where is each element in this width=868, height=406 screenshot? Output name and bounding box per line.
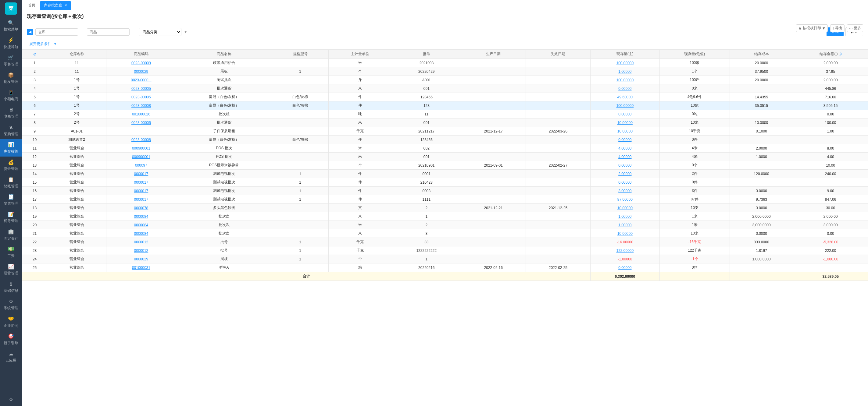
cell-name: 测试电视批次 [176,170,272,178]
code-link[interactable]: 0023-00008 [131,138,151,142]
sidebar-item-basic-info[interactable]: ℹ 基础信息 [0,278,22,296]
qty-link[interactable]: 100.00000 [616,78,633,82]
tab-close-icon[interactable]: ✕ [65,4,67,7]
category-filter[interactable]: 商品分类 [139,28,181,36]
qty-link[interactable]: -16.00000 [617,240,633,244]
code-link[interactable]: 0023-00008 [131,104,151,108]
more-icon: ⋯ [849,26,853,30]
filter-collapse-button[interactable]: ◀ [27,29,33,35]
sidebar-item-wholesale[interactable]: 📦 批发管理 [0,69,22,87]
qty-link[interactable]: -1.00000 [618,257,632,261]
goods-filter[interactable] [87,28,130,36]
qty-link[interactable]: 87.00000 [617,197,632,202]
code-link[interactable]: 0000084 [134,232,149,236]
sidebar-item-settings[interactable]: ⚙ [0,394,22,406]
cell-cost: 2.0000 [730,144,793,153]
print-button[interactable]: 🖨 按模板打印 ▼ [796,24,828,32]
code-link[interactable]: 000900001 [132,155,150,159]
sidebar-item-inventory[interactable]: 📊 库存核算 [0,139,22,156]
table-row: 22 营业综合 0000012 批号 1 千克 33 -16.00000 -16… [22,238,868,246]
qty-link[interactable]: 3.00000 [618,189,631,193]
qty-link[interactable]: 0.00000 [618,138,631,142]
sidebar-item-assets[interactable]: 💰 资金管理 [0,157,22,174]
tab-inventory-batch[interactable]: 库存批次查 ✕ [40,1,71,10]
sidebar-item-corp-collab[interactable]: 🤝 企业协同 [0,313,22,331]
goods-filter-more[interactable]: ··· [132,29,136,35]
code-link[interactable]: 0000017 [134,172,149,176]
code-link[interactable]: 0000029 [134,69,149,74]
warehouse-filter-more[interactable]: ··· [81,29,85,35]
cell-code: 0023-00008 [106,101,176,110]
more-button[interactable]: ⋯ 更多 [847,24,863,32]
qty-link[interactable]: 10.00000 [617,206,632,210]
sidebar-item-new-guide[interactable]: 🎯 新手引导 [0,331,22,348]
code-link[interactable]: 0023-00009 [131,61,151,65]
code-link[interactable]: 001000031 [132,266,150,270]
export-button[interactable]: ↑ 导出 [830,24,844,32]
qty-link[interactable]: 0.00000 [618,266,631,270]
cell-warehouse: 11 [47,59,106,67]
qty-link[interactable]: 0.00000 [618,180,631,184]
cell-amount: 30.00 [793,204,868,212]
qty-link[interactable]: 1.00000 [618,69,631,74]
qty-link[interactable]: 0.00000 [618,87,631,91]
qty-link[interactable]: 10.00000 [617,121,632,125]
qty-link[interactable]: 100.00000 [616,104,633,108]
sidebar-item-quick-nav[interactable]: ⚡ 快捷导航 [0,34,22,52]
warehouse-filter[interactable] [35,28,78,36]
qty-link[interactable]: 10.00000 [617,129,632,133]
cell-warehouse: 测试送货2 [47,136,106,144]
sidebar-item-retail[interactable]: 🛒 零售管理 [0,52,22,69]
qty-link[interactable]: 10.00000 [617,232,632,236]
sidebar-item-search-menu[interactable]: 🔍 搜索菜单 [0,17,22,34]
qty-link[interactable]: 49.60000 [617,95,632,99]
code-link[interactable]: 001000026 [132,112,150,116]
print-dropdown-icon: ▼ [822,26,826,30]
cell-batch: 123456 [392,93,461,101]
code-link[interactable]: 0000012 [134,240,149,244]
qty-link[interactable]: 4.00000 [618,155,631,159]
qty-link[interactable]: 4.00000 [618,146,631,150]
sidebar-item-ecom[interactable]: 🖥 电商管理 [0,104,22,122]
sidebar-item-tax[interactable]: 📝 税务管理 [0,209,22,226]
cell-cost: 10.0000 [730,119,793,127]
code-link[interactable]: 0023-00005 [131,121,151,125]
code-link[interactable]: 000097 [135,163,147,168]
sidebar-item-cloud-app[interactable]: ☁ 云应用 [0,348,22,366]
code-link[interactable]: 0000012 [134,248,149,253]
cell-code: 0023-00008 [106,136,176,144]
code-link[interactable]: 0000078 [134,206,149,210]
cell-spec [272,110,328,119]
code-link[interactable]: 0000017 [134,189,149,193]
sidebar-item-invoice[interactable]: 🧾 发票管理 [0,191,22,209]
qty-link[interactable]: 2.00000 [618,172,631,176]
code-link[interactable]: 0000029 [134,257,149,261]
code-link[interactable]: 0000084 [134,223,149,227]
qty-link[interactable]: 1.00000 [618,214,631,219]
sidebar-item-mini-ecom[interactable]: 📱 小额电商 [0,87,22,104]
cell-exp-date [526,229,590,238]
code-link[interactable]: 0000017 [134,180,149,184]
code-link[interactable]: 0023-0000... [131,78,151,82]
qty-link[interactable]: 122.00000 [616,248,633,253]
qty-link[interactable]: 100.00000 [616,61,633,65]
page-top-area: 现存量查询(按仓库＋批次) 🖨 按模板打印 ▼ ↑ 导出 ⋯ 更多 [22,11,868,25]
expand-conditions-button[interactable]: 展开更多条件 [27,40,54,48]
code-link[interactable]: 0023-00005 [131,95,151,99]
code-link[interactable]: 0023-00005 [131,87,151,91]
qty-link[interactable]: 1.00000 [618,223,631,227]
tab-home[interactable]: 首页 [24,1,39,10]
code-link[interactable]: 0000084 [134,214,149,219]
sidebar-item-general[interactable]: 📋 总账管理 [0,174,22,191]
cell-name: 展板 [176,67,272,76]
sidebar-item-fixed-assets[interactable]: 🏢 固定资产 [0,226,22,243]
sidebar-item-biz-mgmt[interactable]: 📈 经营管理 [0,261,22,278]
sidebar-item-hr[interactable]: 💵 工资 [0,243,22,261]
sidebar-item-sys-mgmt[interactable]: ⚙ 系统管理 [0,296,22,313]
code-link[interactable]: 0000017 [134,197,149,202]
code-link[interactable]: 000900001 [132,146,150,150]
qty-link[interactable]: 0.00000 [618,112,631,116]
sidebar-item-purchase[interactable]: 🛍 采购管理 [0,122,22,139]
qty-link[interactable]: 0.00000 [618,163,631,168]
cell-exp-date: 2022-03-26 [526,127,590,136]
